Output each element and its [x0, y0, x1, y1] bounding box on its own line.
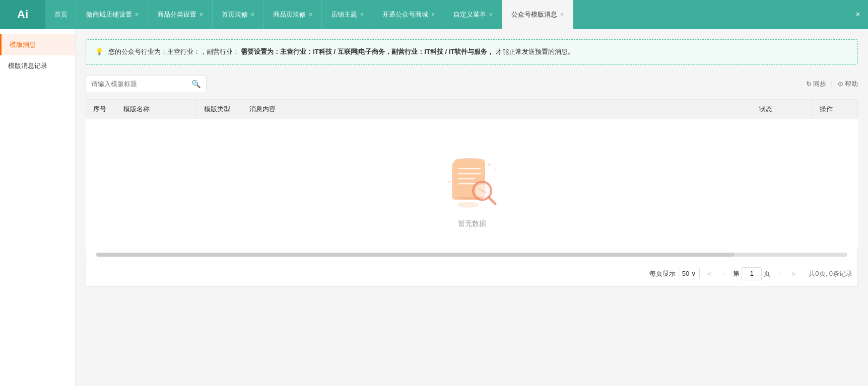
nav-tab-home[interactable]: 首页 [45, 0, 77, 29]
col-header-action: 操作 [813, 99, 858, 119]
col-header-type: 模版类型 [197, 99, 242, 119]
search-area: 🔍 [86, 75, 207, 93]
sync-button[interactable]: ↻ 同步 [806, 80, 826, 89]
app-logo: Ai [0, 0, 45, 29]
top-navigation: Ai 首页微商城店铺设置×商品分类设置×首页装修×商品页装修×店铺主题×开通公众… [0, 0, 868, 29]
nav-tab-category-settings[interactable]: 商品分类设置× [148, 0, 213, 29]
close-tab-shop-settings[interactable]: × [135, 12, 139, 18]
page-navigation: ⊲ ‹ 第 页 › ⊳ [703, 267, 800, 280]
search-icon: 🔍 [191, 80, 201, 89]
table-header: 序号模版名称模版类型消息内容状态操作 [86, 99, 858, 119]
col-header-name: 模版名称 [116, 99, 197, 119]
close-tab-custom-menu[interactable]: × [489, 12, 493, 18]
close-tab-category-settings[interactable]: × [199, 12, 203, 18]
close-tab-template-message[interactable]: × [560, 12, 564, 18]
notice-icon: 💡 [95, 48, 103, 55]
main-layout: 模版消息模版消息记录 💡 您的公众号行业为：主营行业：，副营行业： 需要设置为：… [0, 29, 868, 386]
toolbar-divider: | [831, 80, 833, 88]
nav-tab-custom-menu[interactable]: 自定义菜单× [444, 0, 502, 29]
data-table: 序号模版名称模版类型消息内容状态操作 [86, 99, 858, 249]
notice-text-before: 您的公众号行业为：主营行业：，副营行业： [108, 48, 239, 55]
toolbar: 🔍 ↻ 同步 | ⊙ 帮助 [86, 75, 858, 93]
help-icon: ⊙ [838, 80, 843, 88]
svg-point-13 [494, 169, 496, 171]
toolbar-right: ↻ 同步 | ⊙ 帮助 [806, 80, 858, 89]
last-page-button[interactable]: ⊳ [787, 267, 800, 280]
svg-line-10 [489, 197, 495, 204]
scrollbar-thumb [96, 253, 735, 257]
col-header-index: 序号 [86, 99, 116, 119]
sidebar-item-template-msg-log[interactable]: 模版消息记录 [0, 55, 75, 76]
nav-tab-open-wechat-mall[interactable]: 开通公众号商城× [373, 0, 444, 29]
svg-point-0 [457, 202, 479, 208]
next-page-button[interactable]: › [772, 267, 785, 280]
sync-icon: ↻ [806, 80, 812, 88]
table-header-row: 序号模版名称模版类型消息内容状态操作 [86, 99, 858, 119]
col-header-status: 状态 [752, 99, 813, 119]
page-suffix: 页 [764, 269, 770, 278]
page-summary: 共0页, 0条记录 [809, 269, 852, 278]
empty-row: 暂无数据 [86, 119, 858, 249]
prev-page-button[interactable]: ‹ [718, 267, 731, 280]
notice-text-after: 才能正常发送预置的消息。 [496, 48, 574, 55]
svg-point-14 [448, 181, 450, 183]
sidebar: 模版消息模版消息记录 [0, 29, 76, 386]
svg-point-12 [488, 163, 491, 166]
close-tab-store-theme[interactable]: × [360, 12, 364, 18]
close-tab-product-decoration[interactable]: × [309, 12, 312, 18]
nav-tab-home-decoration[interactable]: 首页装修× [213, 0, 264, 29]
pagination: 每页显示 50 ∨ ⊲ ‹ 第 页 › ⊳ 共0页, 0条记录 [86, 261, 858, 287]
page-size-selector: 每页显示 50 ∨ [649, 268, 700, 279]
search-button[interactable]: 🔍 [187, 75, 205, 93]
empty-illustration [442, 149, 502, 210]
horizontal-scrollbar[interactable] [86, 249, 858, 261]
help-button[interactable]: ⊙ 帮助 [838, 80, 858, 89]
nav-tabs-container: 首页微商城店铺设置×商品分类设置×首页装修×商品页装修×店铺主题×开通公众号商城… [45, 0, 848, 29]
page-size-value: 50 [682, 270, 689, 277]
empty-icon-wrapper [86, 149, 858, 211]
notice-box: 💡 您的公众号行业为：主营行业：，副营行业： 需要设置为：主营行业：IT科技 /… [86, 39, 858, 65]
page-size-label: 每页显示 [649, 269, 676, 278]
page-number-input[interactable] [742, 267, 762, 280]
table-body: 暂无数据 [86, 119, 858, 249]
scrollbar-track [96, 253, 847, 257]
page-prefix: 第 [733, 269, 740, 278]
empty-state: 暂无数据 [86, 119, 858, 249]
search-input[interactable] [86, 76, 187, 91]
close-all-tabs-button[interactable]: × [848, 0, 868, 29]
content-area: 💡 您的公众号行业为：主营行业：，副营行业： 需要设置为：主营行业：IT科技 /… [76, 29, 868, 386]
nav-tab-template-message[interactable]: 公众号模版消息× [502, 0, 573, 29]
chevron-down-icon: ∨ [691, 270, 696, 277]
first-page-button[interactable]: ⊲ [703, 267, 716, 280]
page-size-select-box[interactable]: 50 ∨ [679, 268, 700, 279]
empty-text: 暂无数据 [86, 219, 858, 228]
nav-tab-store-theme[interactable]: 店铺主题× [322, 0, 373, 29]
notice-highlight: 需要设置为：主营行业：IT科技 / 互联网|电子商务，副营行业：IT科技 / I… [241, 48, 494, 55]
close-tab-home-decoration[interactable]: × [251, 12, 254, 18]
nav-tab-product-decoration[interactable]: 商品页装修× [264, 0, 322, 29]
close-tab-open-wechat-mall[interactable]: × [431, 12, 435, 18]
sidebar-item-template-msg[interactable]: 模版消息 [0, 34, 75, 55]
nav-tab-shop-settings[interactable]: 微商城店铺设置× [77, 0, 148, 29]
col-header-content: 消息内容 [242, 99, 752, 119]
